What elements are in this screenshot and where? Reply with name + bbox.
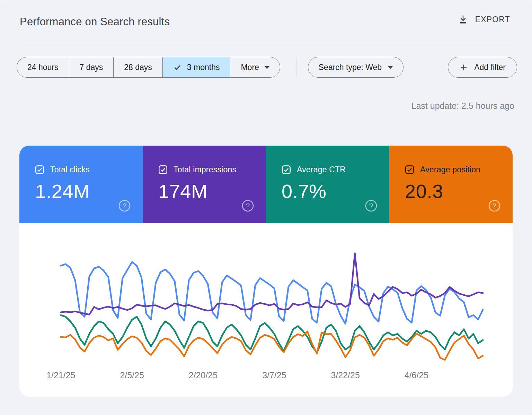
average-position-checkbox[interactable] [405, 165, 414, 174]
plus-icon [459, 63, 468, 72]
page-title: Performance on Search results [20, 16, 170, 28]
average-ctr-checkbox[interactable] [282, 165, 291, 174]
series-line-average-ctr [61, 315, 483, 353]
filter-bar: 24 hours 7 days 28 days 3 months More Se… [17, 57, 517, 78]
x-axis-tick-label: 1/21/25 [46, 370, 75, 380]
performance-line-chart[interactable]: 1/21/252/5/252/20/253/7/253/22/254/6/25 [19, 223, 513, 397]
metric-label: Average CTR [297, 165, 346, 174]
add-filter-label: Add filter [474, 63, 506, 72]
header: Performance on Search results EXPORT [0, 0, 532, 44]
svg-text:?: ? [369, 202, 373, 210]
last-update-text: Last update: 2.5 hours ago [411, 101, 514, 111]
svg-text:?: ? [246, 202, 250, 210]
series-line-average-position [61, 331, 483, 360]
export-label: EXPORT [475, 15, 510, 24]
average-position-card[interactable]: Average position 20.3 ? [389, 146, 513, 223]
date-range-label: 28 days [124, 63, 152, 72]
export-button[interactable]: EXPORT [458, 14, 510, 25]
x-axis-tick-label: 3/22/25 [331, 370, 360, 380]
help-icon[interactable]: ? [488, 199, 501, 212]
search-type-label: Search type: Web [319, 63, 382, 72]
date-range-3-months-selected[interactable]: 3 months [163, 57, 231, 77]
metric-label: Average position [420, 165, 480, 174]
date-range-24-hours[interactable]: 24 hours [17, 57, 69, 77]
date-range-more-dropdown[interactable]: More [230, 57, 280, 77]
svg-text:?: ? [493, 202, 496, 210]
average-ctr-card[interactable]: Average CTR 0.7% ? [266, 146, 389, 223]
total-impressions-checkbox[interactable] [158, 165, 168, 174]
help-icon[interactable]: ? [365, 199, 378, 212]
header-divider [17, 44, 515, 44]
x-axis-tick-label: 4/6/25 [405, 370, 428, 380]
search-console-performance-page: { "header": { "title": "Performance on S… [0, 0, 532, 415]
more-label: More [241, 63, 259, 72]
chart-canvas[interactable]: 1/21/252/5/252/20/253/7/253/22/254/6/25 [19, 223, 513, 397]
date-range-label: 3 months [187, 63, 220, 72]
series-line-total-impressions [61, 253, 483, 315]
chevron-down-icon [265, 66, 269, 69]
metric-cards-row: Total clicks 1.24M ? Total impressions 1… [19, 146, 513, 223]
x-axis-tick-label: 2/5/25 [120, 370, 144, 380]
help-icon[interactable]: ? [118, 199, 131, 212]
download-icon [458, 14, 468, 25]
metric-label: Total impressions [174, 165, 236, 174]
filter-divider [296, 57, 296, 77]
checkmark-icon [173, 63, 181, 71]
x-axis-tick-label: 2/20/25 [189, 370, 218, 380]
search-type-dropdown[interactable]: Search type: Web [308, 57, 404, 78]
svg-text:?: ? [123, 202, 126, 210]
date-range-label: 24 hours [27, 63, 59, 72]
total-clicks-checkbox[interactable] [35, 165, 44, 174]
total-impressions-card[interactable]: Total impressions 174M ? [143, 146, 266, 223]
date-range-28-days[interactable]: 28 days [114, 57, 163, 77]
total-clicks-card[interactable]: Total clicks 1.24M ? [19, 146, 143, 223]
series-line-total-clicks [61, 262, 483, 324]
date-range-segmented-control: 24 hours 7 days 28 days 3 months More [17, 57, 280, 78]
date-range-7-days[interactable]: 7 days [69, 57, 114, 77]
help-icon[interactable]: ? [241, 199, 254, 212]
chevron-down-icon [388, 66, 393, 69]
metric-label: Total clicks [50, 165, 90, 174]
x-axis-tick-label: 3/7/25 [262, 370, 286, 380]
date-range-label: 7 days [80, 63, 103, 72]
add-filter-button[interactable]: Add filter [448, 57, 517, 78]
